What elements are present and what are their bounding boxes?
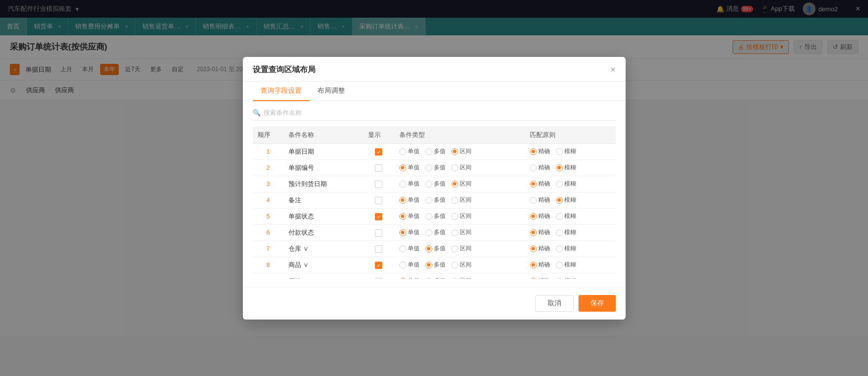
match-radio-item[interactable]: 精确	[530, 244, 550, 253]
row-display-checkbox[interactable]: ✓	[363, 257, 395, 273]
type-radio-item[interactable]: 多值	[425, 196, 446, 204]
table-row: 8商品 ∨✓单值多值区间精确模糊	[253, 257, 616, 273]
type-radio-item[interactable]: 区间	[451, 147, 472, 156]
row-type-options: 单值多值区间	[395, 257, 525, 273]
col-match-header: 匹配原则	[525, 127, 616, 144]
match-radio-item[interactable]: 模糊	[556, 261, 576, 269]
row-type-options: 单值多值区间	[395, 160, 525, 176]
match-radio-item[interactable]: 精确	[530, 261, 550, 269]
type-radio-item[interactable]: 区间	[451, 261, 472, 269]
match-radio-item[interactable]: 精确	[530, 277, 550, 279]
display-checkbox[interactable]	[375, 278, 382, 279]
radio-circle	[451, 213, 458, 220]
row-display-checkbox[interactable]	[363, 192, 395, 208]
match-radio-item[interactable]: 模糊	[556, 244, 576, 253]
save-button[interactable]: 保存	[579, 295, 616, 312]
type-radio-item[interactable]: 单值	[399, 228, 420, 237]
type-radio-item[interactable]: 单值	[399, 196, 420, 204]
radio-circle	[451, 164, 458, 171]
type-radio-item[interactable]: 多值	[425, 163, 446, 172]
match-radio-item[interactable]: 精确	[530, 196, 550, 204]
match-radio-item[interactable]: 精确	[530, 147, 550, 156]
type-radio-item[interactable]: 多值	[425, 244, 446, 253]
display-checkbox[interactable]	[375, 229, 382, 237]
match-radio-item[interactable]: 模糊	[556, 163, 576, 172]
match-radio-item[interactable]: 模糊	[556, 180, 576, 188]
display-checkbox[interactable]	[375, 181, 382, 188]
row-match-options: 精确模糊	[525, 241, 616, 257]
type-radio-item[interactable]: 多值	[425, 180, 446, 188]
display-checkbox[interactable]	[375, 197, 382, 204]
display-checkbox[interactable]	[375, 164, 382, 172]
radio-circle	[556, 229, 563, 236]
match-radio-item[interactable]: 模糊	[556, 228, 576, 237]
row-order: 9	[253, 273, 284, 279]
type-radio-item[interactable]: 多值	[425, 147, 446, 156]
row-type-options: 单值多值区间	[395, 176, 525, 192]
type-radio-item[interactable]: 多值	[425, 212, 446, 220]
match-radio-item[interactable]: 模糊	[556, 196, 576, 204]
type-radio-item[interactable]: 区间	[451, 228, 472, 237]
display-checkbox[interactable]	[375, 245, 382, 253]
dialog-close-button[interactable]: ×	[610, 65, 616, 81]
radio-circle	[399, 278, 406, 279]
type-radio-item[interactable]: 区间	[451, 163, 472, 172]
dialog-tab-layout-adjust[interactable]: 布局调整	[310, 81, 353, 101]
type-radio-item[interactable]: 单值	[399, 180, 420, 188]
row-order: 2	[253, 160, 284, 176]
type-radio-item[interactable]: 单值	[399, 244, 420, 253]
row-condition-name: 备注	[284, 192, 363, 208]
display-checkbox[interactable]: ✓	[375, 148, 382, 156]
match-radio-item[interactable]: 精确	[530, 212, 550, 220]
row-display-checkbox[interactable]	[363, 176, 395, 192]
row-condition-name: 单据编号	[284, 160, 363, 176]
match-radio-item[interactable]: 模糊	[556, 147, 576, 156]
row-condition-name: 属性 ∨	[284, 273, 363, 279]
radio-circle	[425, 245, 432, 252]
display-checkbox[interactable]: ✓	[375, 213, 382, 220]
row-match-options: 精确模糊	[525, 143, 616, 160]
row-display-checkbox[interactable]	[363, 224, 395, 241]
cancel-button[interactable]: 取消	[535, 295, 574, 312]
row-display-checkbox[interactable]: ✓	[363, 143, 395, 160]
row-display-checkbox[interactable]	[363, 160, 395, 176]
radio-circle	[556, 164, 563, 171]
match-radio-item[interactable]: 精确	[530, 228, 550, 237]
type-radio-item[interactable]: 单值	[399, 163, 420, 172]
type-radio-item[interactable]: 区间	[451, 244, 472, 253]
match-radio-item[interactable]: 模糊	[556, 277, 576, 279]
type-radio-item[interactable]: 单值	[399, 212, 420, 220]
display-checkbox[interactable]: ✓	[375, 262, 382, 269]
search-input[interactable]	[263, 109, 616, 116]
type-radio-item[interactable]: 多值	[425, 228, 446, 237]
type-radio-item[interactable]: 区间	[451, 196, 472, 204]
table-row: 6付款状态单值多值区间精确模糊	[253, 224, 616, 241]
conditions-table: 顺序 条件名称 显示 条件类型 匹配原则 1单据日期✓单值多值区间精确模糊2单据…	[253, 127, 616, 279]
match-radio-item[interactable]: 模糊	[556, 212, 576, 220]
type-radio-item[interactable]: 多值	[425, 261, 446, 269]
radio-circle	[530, 245, 537, 252]
type-radio-item[interactable]: 单值	[399, 277, 420, 279]
radio-circle	[399, 213, 406, 220]
row-match-options: 精确模糊	[525, 192, 616, 208]
conditions-table-scroll[interactable]: 顺序 条件名称 显示 条件类型 匹配原则 1单据日期✓单值多值区间精确模糊2单据…	[253, 127, 616, 279]
radio-circle	[425, 229, 432, 236]
dialog-footer: 取消 保存	[243, 287, 626, 320]
row-display-checkbox[interactable]	[363, 273, 395, 279]
type-radio-item[interactable]: 区间	[451, 180, 472, 188]
type-radio-item[interactable]: 单值	[399, 147, 420, 156]
type-radio-item[interactable]: 区间	[451, 212, 472, 220]
row-order: 8	[253, 257, 284, 273]
dialog-tab-query-fields[interactable]: 查询字段设置	[253, 81, 310, 101]
row-condition-name: 仓库 ∨	[284, 241, 363, 257]
row-condition-name: 付款状态	[284, 224, 363, 241]
row-display-checkbox[interactable]: ✓	[363, 208, 395, 224]
type-radio-item[interactable]: 单值	[399, 261, 420, 269]
match-radio-item[interactable]: 精确	[530, 163, 550, 172]
row-display-checkbox[interactable]	[363, 241, 395, 257]
type-radio-item[interactable]: 多值	[425, 277, 446, 279]
row-type-options: 单值多值区间	[395, 224, 525, 241]
match-radio-item[interactable]: 精确	[530, 180, 550, 188]
type-radio-item[interactable]: 区间	[451, 277, 472, 279]
row-type-options: 单值多值区间	[395, 241, 525, 257]
